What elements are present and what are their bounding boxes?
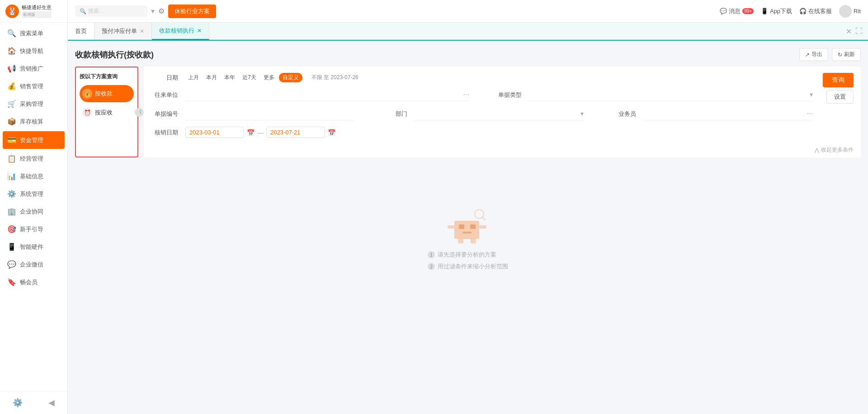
tab-close-all-icon[interactable]: ✕	[846, 27, 852, 36]
tip-num-2: 2	[428, 263, 435, 270]
svg-rect-7	[471, 238, 476, 243]
inventory-icon: 📦	[7, 117, 16, 126]
svg-rect-5	[479, 225, 486, 228]
filter-option-by-receivable[interactable]: ⏰ 按应收	[80, 104, 134, 121]
header-search-box[interactable]: 🔍 搜索...	[75, 5, 147, 17]
filter-panel-title: 按以下方案查询	[80, 73, 134, 81]
date-btn-more[interactable]: 更多	[261, 73, 277, 82]
industry-btn[interactable]: 休验行业方案	[168, 5, 216, 18]
empty-tip-1-text: 请先选择要分析的方案	[438, 251, 496, 259]
date-label: 日期	[151, 74, 178, 82]
settings-bottom-icon[interactable]: ⚙️	[9, 396, 26, 409]
tip-num-1: 1	[428, 251, 435, 258]
writeoff-date-label: 核销日期	[151, 128, 178, 137]
tab-receipt-close-icon[interactable]: ✕	[197, 28, 202, 34]
doc-type-input[interactable]	[529, 89, 810, 100]
user-profile[interactable]: Rit	[839, 5, 861, 18]
filter-left-panel: 按以下方案查询 💰 按收款 ⏰ 按应收 《	[75, 67, 138, 157]
svg-rect-4	[448, 225, 455, 228]
date-range-display: 不限 至 2023-07-26	[311, 74, 359, 81]
sidebar-item-enterprise[interactable]: 🏢 企业协同	[0, 203, 67, 220]
sidebar-item-basic[interactable]: 📊 基础信息	[0, 167, 67, 185]
basic-icon: 📊	[7, 172, 16, 181]
app-logo: 🐰 畅捷通好生意 标准版	[0, 0, 67, 23]
doc-type-dropdown-icon[interactable]: ▾	[810, 91, 813, 98]
page-content: 收款核销执行(按收款) ↗ 导出 ↻ 刷新 按以下方案查询 💰 按收款	[68, 41, 868, 414]
sidebar-item-member[interactable]: 🔖 畅会员	[0, 273, 67, 291]
dept-input[interactable]	[415, 108, 581, 119]
gear-icon[interactable]: ⚙	[158, 7, 165, 15]
page-actions: ↗ 导出 ↻ 刷新	[799, 48, 861, 61]
collapse-more-button[interactable]: ⋀ 收起更多条件	[151, 146, 854, 154]
doc-no-input[interactable]	[185, 108, 355, 119]
tab-home[interactable]: 首页	[68, 23, 94, 40]
writeoff-start-input[interactable]	[185, 127, 244, 138]
app-download-icon: 📱	[761, 8, 768, 14]
sidebar-item-system[interactable]: ⚙️ 系统管理	[0, 185, 67, 203]
writeoff-end-calendar-icon[interactable]: 📅	[328, 129, 335, 136]
date-btn-7days[interactable]: 近7天	[240, 73, 259, 82]
svg-rect-1	[459, 224, 464, 229]
sidebar-item-hardware[interactable]: 📱 智能硬件	[0, 238, 67, 256]
tab-prepay-close-icon[interactable]: ✕	[140, 28, 144, 34]
ops-icon: 📋	[7, 154, 16, 163]
writeoff-end-input[interactable]	[266, 127, 325, 138]
refresh-button[interactable]: ↻ 刷新	[832, 48, 861, 61]
sidebar-item-purchase[interactable]: 🛒 采购管理	[0, 95, 67, 113]
sidebar-label-finance: 资金管理	[20, 136, 43, 144]
date-btn-this-year[interactable]: 本年	[222, 73, 238, 82]
sidebar-item-quick[interactable]: 🏠 快捷导航	[0, 42, 67, 60]
message-label: 消息	[729, 7, 741, 15]
receipt-option-icon: 💰	[82, 89, 92, 99]
sidebar-label-member: 畅会员	[20, 278, 38, 286]
empty-illustration	[445, 203, 491, 243]
counterparty-input[interactable]	[185, 89, 463, 100]
page-title: 收款核销执行(按收款)	[75, 49, 154, 60]
receivable-option-icon: ⏰	[82, 108, 92, 118]
online-service-button[interactable]: 🎧 在线客服	[799, 7, 832, 15]
query-button[interactable]: 查询	[823, 73, 854, 87]
sidebar-label-enterprise: 企业协同	[20, 208, 43, 216]
tab-prepay-label: 预付冲应付单	[102, 27, 137, 35]
filter-row-writeoff: 核销日期 📅 — 📅	[151, 127, 813, 138]
search-icon-header: 🔍	[80, 8, 86, 14]
export-label: 导出	[811, 51, 822, 58]
user-avatar	[839, 5, 852, 18]
app-download-button[interactable]: 📱 App下载	[761, 7, 792, 15]
message-count-badge: 99+	[742, 8, 754, 14]
sidebar-label-marketing: 营销推广	[20, 65, 43, 73]
main-content: 🔍 搜索... ▾ ⚙ 休验行业方案 💬 消息 99+ 📱 App下载 🎧 在线…	[68, 0, 868, 414]
sidebar-item-finance[interactable]: 💳 资金管理	[3, 131, 65, 149]
sidebar-item-search[interactable]: 🔍 搜索菜单	[0, 24, 67, 42]
salesperson-input[interactable]	[643, 108, 807, 119]
sidebar-item-wechat[interactable]: 💬 企业微信	[0, 256, 67, 273]
sidebar-label-quick: 快捷导航	[20, 47, 43, 55]
dropdown-arrow-icon[interactable]: ▾	[151, 7, 155, 15]
sidebar-item-marketing[interactable]: 📢 营销推广	[0, 60, 67, 77]
svg-rect-3	[462, 232, 472, 233]
tab-expand-icon[interactable]: ⛶	[855, 27, 863, 35]
counterparty-select-icon[interactable]: ···	[463, 90, 469, 99]
writeoff-start-calendar-icon[interactable]: 📅	[247, 129, 255, 136]
export-button[interactable]: ↗ 导出	[799, 48, 828, 61]
sidebar-item-inventory[interactable]: 📦 库存核算	[0, 113, 67, 130]
tab-prepay[interactable]: 预付冲应付单 ✕	[94, 23, 152, 40]
message-button[interactable]: 💬 消息 99+	[720, 7, 754, 15]
settings-button[interactable]: 设置	[826, 90, 854, 104]
tab-receipt-label: 收款核销执行	[159, 27, 194, 35]
sidebar-nav: 🔍 搜索菜单 🏠 快捷导航 📢 营销推广 💰 销售管理 🛒 采购管理 📦 库存核…	[0, 23, 67, 391]
collapse-filter-arrow[interactable]: 《	[135, 108, 144, 117]
date-btn-this-month[interactable]: 本月	[203, 73, 220, 82]
date-btn-custom[interactable]: 自定义	[279, 73, 302, 82]
sidebar-label-basic: 基础信息	[20, 172, 43, 181]
guide-icon: 🎯	[7, 225, 16, 233]
sidebar-item-guide[interactable]: 🎯 新手引导	[0, 220, 67, 238]
dept-dropdown-icon[interactable]: ▾	[580, 110, 584, 117]
salesperson-select-icon[interactable]: ···	[807, 109, 813, 118]
date-btn-last-month[interactable]: 上月	[185, 73, 202, 82]
collapse-sidebar-icon[interactable]: ◀	[45, 396, 58, 409]
sidebar-item-sales[interactable]: 💰 销售管理	[0, 77, 67, 95]
sidebar-item-ops[interactable]: 📋 经营管理	[0, 150, 67, 167]
filter-option-by-receipt[interactable]: 💰 按收款	[80, 85, 134, 102]
tab-receipt[interactable]: 收款核销执行 ✕	[152, 23, 209, 40]
